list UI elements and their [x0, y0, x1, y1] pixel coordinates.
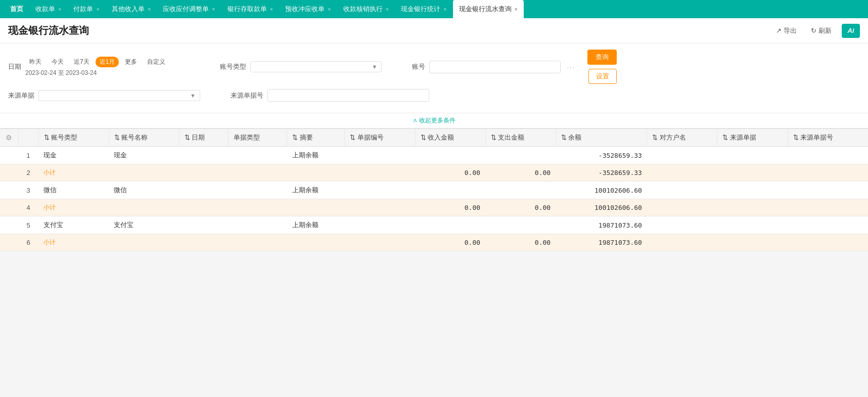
filter-row-1: 日期 昨天 今天 近7天 近1月 更多 自定义 2023-02-24 至 202…	[8, 50, 860, 84]
col-date-header[interactable]: ⇅ 日期	[179, 129, 229, 147]
collapse-bar[interactable]: ∧ 收起更多条件	[0, 113, 868, 128]
ai-button[interactable]: Ai	[842, 24, 860, 38]
close-icon[interactable]: ×	[212, 6, 215, 12]
nav-tab-bank-flow[interactable]: 现金银行流水查询 ×	[453, 0, 524, 18]
source-doc-no-label: 来源单据号	[231, 91, 263, 100]
row-expense-cell	[485, 216, 556, 234]
collapse-label: ∧ 收起更多条件	[413, 117, 455, 124]
nav-tab-payment[interactable]: 付款单 ×	[67, 0, 105, 18]
top-navigation: 首页 收款单 × 付款单 × 其他收入单 × 应收应付调整单 × 银行存取款单 …	[0, 0, 868, 18]
date-opt-today[interactable]: 今天	[48, 57, 68, 67]
col-expense-label: ⇅ 支出金额	[491, 134, 525, 141]
export-icon: ↗	[776, 27, 782, 34]
row-gear-cell	[0, 234, 18, 251]
nav-tab-write-off-label: 收款核销执行	[343, 5, 383, 14]
row-balance-cell: 19871073.60	[556, 234, 647, 251]
col-gear-header[interactable]: ⚙	[0, 129, 18, 147]
col-source-doc-header[interactable]: ⇅ 来源单据	[717, 129, 788, 147]
account-input[interactable]	[429, 61, 561, 73]
row-num-cell: 6	[18, 234, 38, 251]
more-dots-icon[interactable]: ···	[565, 61, 577, 73]
source-doc-no-input[interactable]	[267, 89, 429, 102]
nav-tab-write-off[interactable]: 收款核销执行 ×	[337, 0, 395, 18]
close-icon[interactable]: ×	[58, 6, 61, 12]
close-icon[interactable]: ×	[270, 6, 273, 12]
col-account-type-header[interactable]: ⇅ 账号类型	[38, 129, 109, 147]
export-button[interactable]: ↗ 导出	[772, 24, 801, 37]
nav-tab-home[interactable]: 首页	[4, 0, 29, 18]
col-account-type-label: ⇅ 账号类型	[44, 134, 78, 141]
col-source-doc-no-header[interactable]: ⇅ 来源单据号	[788, 129, 868, 147]
row-doc-no-cell	[345, 199, 415, 216]
col-num-header	[18, 129, 38, 147]
col-balance-label: ⇅ 余额	[561, 134, 582, 141]
nav-tab-ar-adjust[interactable]: 应收应付调整单 ×	[157, 0, 221, 18]
refresh-button[interactable]: ↻ 刷新	[807, 24, 836, 37]
row-expense-cell: 0.00	[485, 199, 556, 216]
row-account-name-cell	[109, 164, 179, 182]
col-counterpart-header[interactable]: ⇅ 对方户名	[647, 129, 717, 147]
row-account-type-cell: 支付宝	[38, 216, 109, 234]
col-date-label: ⇅ 日期	[185, 134, 205, 141]
col-account-name-header[interactable]: ⇅ 账号名称	[109, 129, 179, 147]
setting-button[interactable]: 设置	[588, 69, 617, 84]
close-icon[interactable]: ×	[148, 6, 151, 12]
row-account-type-cell: 小计	[38, 199, 109, 216]
close-icon[interactable]: ×	[515, 6, 518, 12]
source-doc-select[interactable]: ▼	[38, 90, 200, 101]
nav-tab-ar-adjust-label: 应收应付调整单	[163, 5, 209, 14]
col-doc-no-label: ⇅ 单据编号	[350, 134, 384, 141]
col-balance-header[interactable]: ⇅ 余额	[556, 129, 647, 147]
date-opt-yesterday[interactable]: 昨天	[25, 57, 45, 67]
row-account-type-cell: 小计	[38, 234, 109, 251]
table-row: 3 微信 微信 上期余额 100102606.60	[0, 182, 868, 199]
date-opt-1month[interactable]: 近1月	[96, 57, 119, 67]
row-income-cell: 0.00	[415, 234, 485, 251]
close-icon[interactable]: ×	[443, 6, 446, 12]
row-num-cell: 5	[18, 216, 38, 234]
row-doc-no-cell	[345, 147, 415, 164]
row-source-doc-no-cell	[788, 199, 868, 216]
row-income-cell: 0.00	[415, 164, 485, 182]
nav-tab-pre-offset-label: 预收冲应收单	[285, 5, 325, 14]
col-summary-header[interactable]: ⇅ 摘要	[287, 129, 345, 147]
row-balance-cell: -3528659.33	[556, 164, 647, 182]
nav-tab-receipt[interactable]: 收款单 ×	[29, 0, 67, 18]
row-source-doc-cell	[717, 216, 788, 234]
date-opt-7days[interactable]: 近7天	[70, 57, 94, 67]
row-income-cell	[415, 147, 485, 164]
gear-icon[interactable]: ⚙	[6, 134, 12, 142]
header-actions: ↗ 导出 ↻ 刷新 Ai	[772, 24, 860, 38]
nav-tab-bank-stats-label: 现金银行统计	[401, 5, 440, 14]
col-doc-no-header[interactable]: ⇅ 单据编号	[345, 129, 415, 147]
nav-tab-pre-offset[interactable]: 预收冲应收单 ×	[279, 0, 337, 18]
nav-tab-other-income[interactable]: 其他收入单 ×	[106, 0, 157, 18]
filter-area: 日期 昨天 今天 近7天 近1月 更多 自定义 2023-02-24 至 202…	[0, 43, 868, 113]
close-icon[interactable]: ×	[96, 6, 99, 12]
row-doc-type-cell	[229, 234, 287, 251]
date-opt-more[interactable]: 更多	[121, 57, 141, 67]
col-income-header[interactable]: ⇅ 收入金额	[415, 129, 485, 147]
nav-tab-bank-stats[interactable]: 现金银行统计 ×	[395, 0, 452, 18]
col-expense-header[interactable]: ⇅ 支出金额	[485, 129, 556, 147]
row-num-cell: 1	[18, 147, 38, 164]
date-opt-custom[interactable]: 自定义	[143, 57, 169, 67]
row-source-doc-no-cell	[788, 147, 868, 164]
row-doc-no-cell	[345, 182, 415, 199]
row-source-doc-no-cell	[788, 216, 868, 234]
table-header-row: ⚙ ⇅ 账号类型 ⇅ 账号名称 ⇅ 日期 单据类型 ⇅ 摘要	[0, 129, 868, 147]
close-icon[interactable]: ×	[386, 6, 389, 12]
row-expense-cell	[485, 147, 556, 164]
nav-tab-bank-deposit[interactable]: 银行存取款单 ×	[221, 0, 279, 18]
row-counterpart-cell	[647, 216, 717, 234]
row-doc-type-cell	[229, 216, 287, 234]
row-balance-cell: -3528659.33	[556, 147, 647, 164]
row-account-name-cell	[109, 234, 179, 251]
col-doc-type-header[interactable]: 单据类型	[229, 129, 287, 147]
row-source-doc-cell	[717, 147, 788, 164]
row-doc-no-cell	[345, 164, 415, 182]
query-button[interactable]: 查询	[587, 50, 617, 65]
account-label: 账号	[412, 62, 425, 71]
close-icon[interactable]: ×	[328, 6, 331, 12]
account-type-select[interactable]: ▼	[250, 61, 382, 72]
